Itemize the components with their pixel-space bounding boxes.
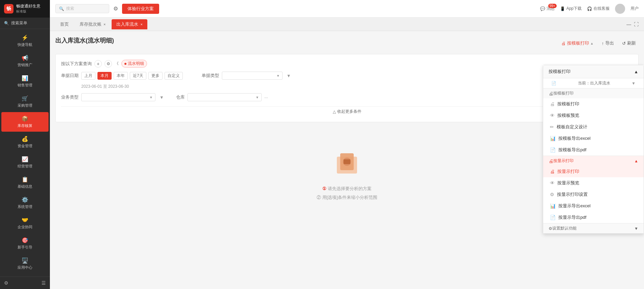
export-button[interactable]: ↑ 导出 <box>599 39 617 48</box>
sidebar-item-operations[interactable]: 📈 经营管理 <box>1 153 49 172</box>
tab-flow[interactable]: 出入库流水 × <box>112 19 147 29</box>
inventory-icon: 📦 <box>22 115 28 122</box>
message-badge: 99+ <box>548 4 557 8</box>
business-type-select-wrapper <box>81 93 155 101</box>
dropdown-current: 📄 当前：出入库流水 ▼ <box>543 78 644 88</box>
sidebar-footer: ⚙ ☰ <box>0 277 50 289</box>
date-btn-more[interactable]: 更多 <box>148 72 163 80</box>
dropdown-title: 按模板打印 <box>549 69 570 75</box>
sidebar-item-finance[interactable]: 💰 资金管理 <box>1 132 49 152</box>
type-tag-dot <box>124 63 126 65</box>
coop-icon: 🤝 <box>22 217 28 223</box>
template-section-label: 按模板打印 <box>553 90 574 96</box>
sidebar-item-system[interactable]: ⚙️ 系统管理 <box>1 193 49 213</box>
app-download-button[interactable]: 📱 App下载 <box>560 6 582 11</box>
dropdown-item-display-preview[interactable]: 👁 按显示预览 <box>543 177 644 189</box>
tab-minimize-icon[interactable]: — <box>626 22 631 27</box>
warehouse-select[interactable] <box>187 93 262 101</box>
main-content: 🔍 搜索 ⚙ 体验行业方案 💬 消息 99+ 📱 App下载 🎧 在线客服 用户 <box>50 0 644 289</box>
set-default-header[interactable]: ⚙ 设置默认功能 ▼ <box>543 223 644 233</box>
app-logo-icon: 畅 <box>4 4 13 14</box>
refresh-icon: ↺ <box>622 41 626 46</box>
tab-batch-account[interactable]: 库存批次账 × <box>75 19 110 29</box>
sidebar-item-guide[interactable]: 🎯 新手引导 <box>1 234 49 253</box>
dropdown-item-template-excel[interactable]: 📊 按模板导出excel <box>543 133 644 144</box>
template-print-button[interactable]: 🖨 按模板打印 ▲ <box>559 39 596 48</box>
svg-rect-3 <box>344 159 350 164</box>
sidebar-item-wecom[interactable]: 💬 企业微信 <box>1 274 49 277</box>
date-filter-buttons: 上月 本月 本年 近7天 更多 自定义 <box>81 72 183 80</box>
template-custom-label: 模板自定义设计 <box>557 124 587 130</box>
sidebar-item-label: 销售管理 <box>18 83 32 88</box>
date-btn-custom[interactable]: 自定义 <box>165 72 183 80</box>
dropdown-item-display-settings[interactable]: ⚙ 按显示打印设置 <box>543 189 644 200</box>
sidebar-search-area[interactable]: 🔍 搜索菜单 <box>0 18 50 29</box>
filter-type-tag[interactable]: 流水明细 <box>121 60 147 68</box>
collapse-chevron-icon: △ <box>333 109 336 114</box>
business-type-more-icon[interactable]: ▼ <box>159 95 164 100</box>
topbar-search[interactable]: 🔍 搜索 <box>55 4 109 13</box>
date-btn-7days[interactable]: 近7天 <box>130 72 146 80</box>
sidebar-item-coop[interactable]: 🤝 企业协同 <box>1 213 49 233</box>
warehouse-options-icon[interactable]: ··· <box>264 95 268 100</box>
sidebar-settings-button[interactable]: ⚙ <box>4 280 8 286</box>
sidebar-item-quick-nav[interactable]: ⚡ 快捷导航 <box>1 31 49 51</box>
operations-icon: 📈 <box>22 156 28 162</box>
industry-solution-button[interactable]: 体验行业方案 <box>122 4 159 14</box>
printer-icon: 🖨 <box>561 41 566 46</box>
dropdown-item-template-pdf[interactable]: 📄 按模板导出pdf <box>543 144 644 156</box>
template-preview-icon: 👁 <box>550 113 555 118</box>
filter-collapse-button[interactable]: 《 <box>115 61 119 67</box>
tab-home[interactable]: 首页 <box>55 19 74 29</box>
tab-flow-close[interactable]: × <box>140 22 142 26</box>
basic-info-icon: 📋 <box>22 176 28 183</box>
tab-home-label: 首页 <box>60 21 69 27</box>
dropdown-item-template-custom[interactable]: ✏ 模板自定义设计 <box>543 121 644 133</box>
empty-svg <box>330 147 364 180</box>
search-menu-button[interactable]: 🔍 搜索菜单 <box>4 20 46 26</box>
user-avatar[interactable] <box>615 4 625 14</box>
dropdown-item-template-preview[interactable]: 👁 按模板预览 <box>543 110 644 121</box>
purchase-icon: 🛒 <box>22 95 28 102</box>
guide-icon: 🎯 <box>22 237 28 243</box>
sidebar-menu-button[interactable]: ☰ <box>41 280 46 286</box>
display-print-label: 按显示打印 <box>557 168 579 175</box>
app-title: 畅捷通好生意 <box>16 4 40 9</box>
sidebar-item-app-center[interactable]: 🖥️ 应用中心 <box>1 254 49 273</box>
business-type-select[interactable] <box>81 93 155 101</box>
tab-batch-account-close[interactable]: × <box>104 22 106 26</box>
warehouse-select-wrapper <box>187 93 262 101</box>
sidebar-item-label: 企业协同 <box>18 225 32 230</box>
online-service-button[interactable]: 🎧 在线客服 <box>587 6 610 11</box>
topbar-settings-icon[interactable]: ⚙ <box>113 5 118 12</box>
voucher-type-more-icon[interactable]: ▼ <box>287 73 291 78</box>
page-header: 出入库流水(流水明细) 🖨 按模板打印 ▲ ↑ 导出 ↺ 刷新 <box>55 36 639 50</box>
dropdown-item-display-excel[interactable]: 📊 按显示导出excel <box>543 200 644 212</box>
dropdown-item-display-pdf[interactable]: 📄 按显示导出pdf <box>543 212 644 223</box>
filter-settings-button[interactable]: ⚙ <box>105 60 112 68</box>
filter-add-button[interactable]: + <box>94 60 102 68</box>
topbar-right: 💬 消息 99+ 📱 App下载 🎧 在线客服 用户 <box>540 4 639 14</box>
sidebar-item-sales[interactable]: 📊 销售管理 <box>1 72 49 91</box>
tab-expand-icon[interactable]: ⛶ <box>634 22 639 27</box>
date-btn-this-month[interactable]: 本月 <box>97 72 112 80</box>
message-button[interactable]: 💬 消息 99+ <box>540 6 555 11</box>
voucher-type-select[interactable] <box>222 72 283 80</box>
template-print-label: 按模板打印 <box>567 40 589 46</box>
dropdown-item-template-print[interactable]: 🖨 按模板打印 <box>543 98 644 110</box>
sidebar-item-inventory[interactable]: 📦 库存核算 <box>1 112 49 132</box>
date-btn-last-month[interactable]: 上月 <box>81 72 95 80</box>
sidebar-item-marketing[interactable]: 📢 营销推广 <box>1 51 49 71</box>
finance-icon: 💰 <box>22 136 28 142</box>
sidebar-item-basic-info[interactable]: 📋 基础信息 <box>1 173 49 192</box>
page-content-area: 出入库流水(流水明细) 🖨 按模板打印 ▲ ↑ 导出 ↺ 刷新 <box>50 31 644 289</box>
refresh-button[interactable]: ↺ 刷新 <box>619 39 639 48</box>
current-template-label: 当前：出入库流水 <box>578 80 610 86</box>
date-btn-this-year[interactable]: 本年 <box>114 72 128 80</box>
dropdown-collapse-icon[interactable]: ▲ <box>634 69 638 74</box>
topbar-search-icon: 🔍 <box>59 6 64 11</box>
sidebar-item-label: 营销推广 <box>18 62 32 68</box>
headset-icon: 🎧 <box>587 6 592 11</box>
sidebar-item-purchase[interactable]: 🛒 采购管理 <box>1 92 49 111</box>
dropdown-item-display-print[interactable]: 🖨 按显示打印 <box>543 166 644 177</box>
